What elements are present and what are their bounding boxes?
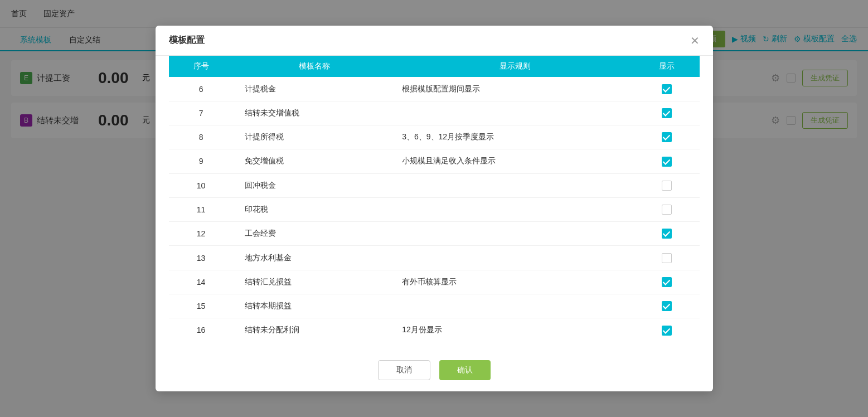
table-row: 13地方水利基金 [169,246,700,270]
row-check-cell-6 [634,222,699,246]
modal-title: 模板配置 [169,35,205,46]
row-name-10: 结转未分配利润 [234,318,396,342]
table-row: 7结转未交增值税 [169,101,700,125]
table-row: 14结转汇兑损益有外币核算显示 [169,270,700,294]
row-checkbox-7[interactable] [662,253,672,263]
row-check-cell-9 [634,294,699,318]
row-check-cell-1 [634,101,699,125]
background-page: 首页 固定资产 系统模板 自定义结 测算金额 ▶ 视频 ↻ 刷新 ⚙ 模板配置 … [0,0,868,417]
modal-body: 序号 模板名称 显示规则 显示 6计提税金根据模版配置期间显示7结转未交增值税8… [156,56,713,351]
row-id-7: 13 [169,246,234,270]
col-header-id: 序号 [169,56,234,77]
table-row: 6计提税金根据模版配置期间显示 [169,77,700,101]
row-name-7: 地方水利基金 [234,246,396,270]
row-check-cell-8 [634,270,699,294]
row-id-9: 15 [169,294,234,318]
row-checkbox-9[interactable] [662,301,672,311]
modal-close-button[interactable]: ✕ [690,35,700,46]
row-check-cell-2 [634,125,699,149]
row-rule-0: 根据模版配置期间显示 [395,77,634,101]
row-checkbox-6[interactable] [662,229,672,239]
table-row: 9免交增值税小规模且满足收入条件显示 [169,149,700,173]
row-rule-5 [395,197,634,221]
row-checkbox-2[interactable] [662,132,672,142]
config-table: 序号 模板名称 显示规则 显示 6计提税金根据模版配置期间显示7结转未交增值税8… [169,56,700,342]
row-check-cell-4 [634,173,699,197]
modal-header: 模板配置 ✕ [156,26,713,56]
row-rule-6 [395,222,634,246]
row-rule-8: 有外币核算显示 [395,270,634,294]
row-id-6: 12 [169,222,234,246]
modal-overlay: 模板配置 ✕ 序号 模板名称 显示规则 显示 6计提税金根据模版配置期间显示7结… [0,0,868,417]
table-row: 8计提所得税3、6、9、12月按季度显示 [169,125,700,149]
row-name-9: 结转本期损益 [234,294,396,318]
row-id-10: 16 [169,318,234,342]
col-header-name: 模板名称 [234,56,396,77]
row-name-2: 计提所得税 [234,125,396,149]
row-id-2: 8 [169,125,234,149]
row-rule-7 [395,246,634,270]
row-checkbox-0[interactable] [662,84,672,94]
row-id-0: 6 [169,77,234,101]
row-name-3: 免交增值税 [234,149,396,173]
table-row: 15结转本期损益 [169,294,700,318]
cancel-button[interactable]: 取消 [378,360,430,380]
row-id-8: 14 [169,270,234,294]
row-rule-4 [395,173,634,197]
row-rule-10: 12月份显示 [395,318,634,342]
row-check-cell-3 [634,149,699,173]
row-name-5: 印花税 [234,197,396,221]
template-config-modal: 模板配置 ✕ 序号 模板名称 显示规则 显示 6计提税金根据模版配置期间显示7结… [156,26,713,391]
row-rule-2: 3、6、9、12月按季度显示 [395,125,634,149]
row-checkbox-1[interactable] [662,108,672,118]
modal-footer: 取消 确认 [156,351,713,391]
row-id-4: 10 [169,173,234,197]
row-checkbox-4[interactable] [662,181,672,191]
row-id-5: 11 [169,197,234,221]
col-header-rule: 显示规则 [395,56,634,77]
row-checkbox-8[interactable] [662,277,672,287]
row-rule-3: 小规模且满足收入条件显示 [395,149,634,173]
table-row: 16结转未分配利润12月份显示 [169,318,700,342]
table-row: 10回冲税金 [169,173,700,197]
row-check-cell-0 [634,77,699,101]
row-name-8: 结转汇兑损益 [234,270,396,294]
row-check-cell-5 [634,197,699,221]
row-id-1: 7 [169,101,234,125]
table-row: 12工会经费 [169,222,700,246]
row-rule-1 [395,101,634,125]
row-check-cell-10 [634,318,699,342]
row-name-6: 工会经费 [234,222,396,246]
row-rule-9 [395,294,634,318]
row-name-0: 计提税金 [234,77,396,101]
row-name-4: 回冲税金 [234,173,396,197]
row-checkbox-3[interactable] [662,157,672,167]
table-row: 11印花税 [169,197,700,221]
confirm-button[interactable]: 确认 [439,360,491,380]
row-check-cell-7 [634,246,699,270]
row-name-1: 结转未交增值税 [234,101,396,125]
row-id-3: 9 [169,149,234,173]
col-header-show: 显示 [634,56,699,77]
row-checkbox-10[interactable] [662,326,672,336]
row-checkbox-5[interactable] [662,205,672,215]
